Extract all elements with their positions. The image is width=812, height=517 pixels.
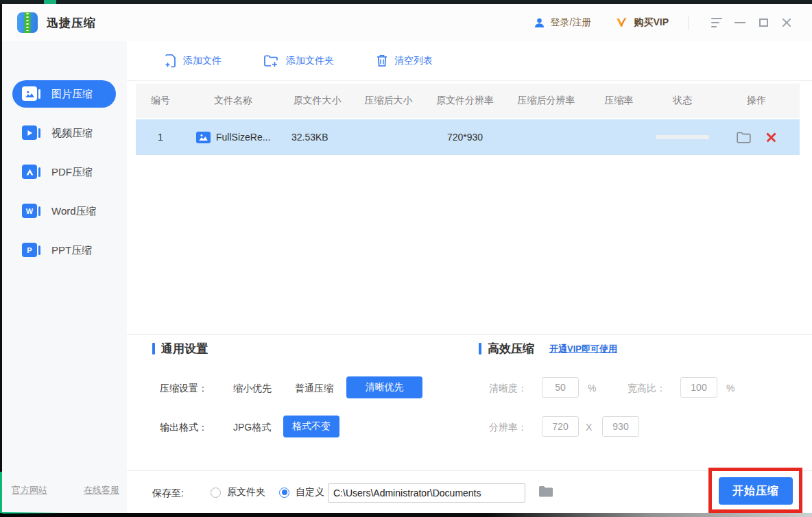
open-folder-button[interactable]	[737, 132, 751, 143]
column-header-original-resolution: 原文件分辨率	[424, 95, 506, 107]
open-vip-link[interactable]: 开通VIP即可使用	[549, 343, 617, 355]
resolution-label: 分辨率：	[489, 422, 527, 434]
add-file-label: 添加文件	[183, 55, 222, 67]
file-toolbar: 添加文件 添加文件夹 清空列表	[127, 41, 812, 81]
minimize-icon	[735, 22, 745, 23]
clear-list-label: 清空列表	[394, 55, 433, 67]
aspect-unit: %	[726, 383, 735, 394]
general-settings-title: 通用设置	[152, 341, 208, 357]
buy-vip-button[interactable]: 购买VIP	[614, 16, 669, 29]
column-header-compressed-size: 压缩后大小	[353, 95, 424, 107]
header-divider	[688, 16, 689, 29]
status-progress-bar	[656, 135, 709, 139]
sidebar-item-ppt-compress[interactable]: P PPT压缩	[12, 237, 116, 264]
section-marker	[479, 343, 481, 354]
window-edge-bottom	[0, 513, 812, 517]
pdf-compress-icon	[22, 164, 43, 180]
radio-custom-folder[interactable]: 自定义	[279, 486, 324, 498]
image-file-icon	[196, 132, 211, 143]
minimize-button[interactable]	[730, 12, 750, 33]
row-index: 1	[136, 132, 185, 143]
maximize-button[interactable]	[753, 12, 774, 33]
column-header-compressed-resolution: 压缩后分辨率	[506, 95, 586, 107]
sidebar-item-label: PDF压缩	[51, 166, 93, 179]
clarity-unit: %	[588, 383, 596, 394]
resolution-x-separator: X	[586, 422, 592, 433]
login-register-button[interactable]: 登录/注册	[534, 16, 592, 29]
window-edge-left-green	[0, 472, 2, 517]
radio-unchecked-icon	[211, 488, 221, 498]
maximize-icon	[759, 19, 768, 27]
clear-list-button[interactable]: 清空列表	[377, 54, 433, 67]
login-register-label: 登录/注册	[551, 16, 592, 29]
browse-folder-button[interactable]	[538, 485, 553, 497]
table-row[interactable]: 1 FullSizeRe... 32.53KB 720*930	[136, 119, 800, 155]
save-to-label: 保存至:	[152, 488, 184, 500]
add-folder-label: 添加文件夹	[286, 55, 334, 67]
online-support-link[interactable]: 在线客服	[84, 484, 119, 496]
window-edge-top-notch	[44, 0, 56, 4]
column-header-ratio: 压缩率	[586, 95, 652, 107]
column-header-index: 编号	[136, 95, 185, 107]
sidebar-item-label: Word压缩	[51, 205, 97, 218]
menu-button[interactable]	[706, 12, 727, 33]
sidebar-item-word-compress[interactable]: W Word压缩	[12, 197, 116, 225]
remove-file-button[interactable]	[766, 132, 776, 143]
resolution-width-input[interactable]	[542, 416, 579, 437]
main-panel: 添加文件 添加文件夹 清空列表 编号 文件名称 原文件大小 压缩后大小 原文件分…	[127, 41, 812, 513]
add-folder-button[interactable]: 添加文件夹	[264, 55, 334, 67]
file-name: FullSizeRe...	[216, 132, 270, 143]
app-window: 迅捷压缩 登录/注册 购买VIP	[0, 0, 812, 517]
column-header-actions: 操作	[713, 95, 800, 107]
radio-original-folder[interactable]: 原文件夹	[211, 486, 265, 498]
sidebar: 图片压缩 视频压缩 PDF压缩 W	[2, 41, 127, 513]
trash-icon	[377, 54, 387, 67]
option-shrink-first[interactable]: 缩小优先	[233, 383, 272, 395]
close-icon	[782, 18, 791, 27]
sidebar-item-image-compress[interactable]: 图片压缩	[12, 80, 116, 108]
sidebar-item-label: PPT压缩	[51, 244, 92, 257]
close-button[interactable]	[776, 12, 797, 33]
clarity-input[interactable]	[542, 377, 579, 398]
option-jpg-format[interactable]: JPG格式	[233, 422, 271, 434]
user-icon	[534, 17, 545, 29]
start-compress-button[interactable]: 开始压缩	[719, 477, 793, 505]
radio-checked-icon	[279, 488, 289, 498]
image-compress-icon	[22, 86, 43, 102]
add-folder-icon	[264, 55, 279, 67]
original-resolution-value: 720*930	[424, 132, 506, 143]
app-title: 迅捷压缩	[47, 15, 96, 31]
vip-v-icon	[614, 16, 628, 29]
column-header-filename: 文件名称	[185, 95, 281, 107]
sidebar-item-label: 视频压缩	[51, 127, 93, 140]
file-table: 编号 文件名称 原文件大小 压缩后大小 原文件分辨率 压缩后分辨率 压缩率 状态…	[136, 84, 800, 155]
clarity-label: 清晰度：	[489, 383, 527, 395]
option-clarity-first-selected[interactable]: 清晰优先	[346, 376, 422, 398]
app-logo-icon	[17, 12, 38, 33]
sidebar-item-label: 图片压缩	[51, 88, 93, 101]
option-keep-format-selected[interactable]: 格式不变	[283, 416, 339, 437]
add-file-button[interactable]: 添加文件	[165, 54, 222, 68]
ppt-compress-icon: P	[22, 242, 43, 258]
word-compress-icon: W	[22, 203, 43, 219]
aspect-ratio-input[interactable]	[680, 377, 717, 398]
table-header-row: 编号 文件名称 原文件大小 压缩后大小 原文件分辨率 压缩后分辨率 压缩率 状态…	[136, 84, 800, 118]
sidebar-item-video-compress[interactable]: 视频压缩	[12, 119, 116, 147]
video-compress-icon	[22, 125, 43, 141]
sidebar-item-pdf-compress[interactable]: PDF压缩	[12, 158, 116, 186]
window-edge-bottom-green	[2, 512, 64, 514]
add-file-icon	[165, 54, 176, 68]
efficient-compress-title: 高效压缩 开通VIP即可使用	[479, 341, 617, 357]
aspect-ratio-label: 宽高比：	[628, 383, 666, 395]
section-marker	[152, 343, 155, 354]
option-normal-compress[interactable]: 普通压缩	[295, 383, 333, 395]
settings-divider	[127, 334, 812, 335]
menu-icon	[711, 18, 722, 27]
title-bar: 迅捷压缩 登录/注册 购买VIP	[2, 4, 812, 41]
save-path-input[interactable]	[328, 483, 525, 503]
window-edge-left	[0, 4, 2, 472]
column-header-status: 状态	[652, 95, 713, 107]
resolution-height-input[interactable]	[602, 416, 639, 437]
window-edge-top	[0, 0, 812, 4]
official-website-link[interactable]: 官方网站	[12, 484, 47, 496]
